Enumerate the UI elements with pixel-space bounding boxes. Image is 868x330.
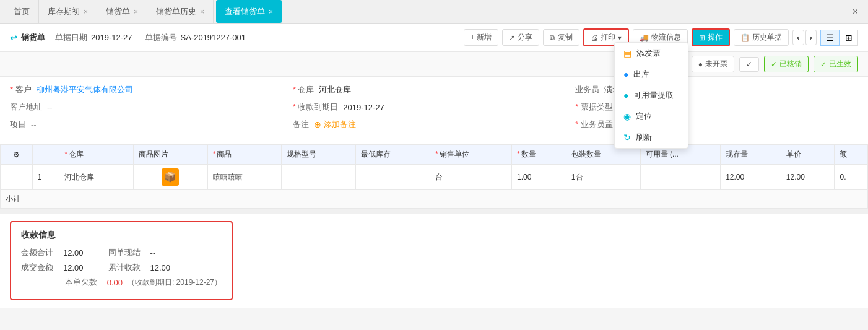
next-arrow[interactable]: › <box>805 30 817 45</box>
doc-date-value: 2019-12-27 <box>91 33 132 42</box>
customer-label: 客户 <box>10 84 32 95</box>
current-due-field: 本单欠款 0.00 （收款到期日: 2019-12-27） <box>65 277 222 288</box>
tab-sales-history[interactable]: 销货单历史 × <box>147 0 214 23</box>
total-label: 金额合计 <box>21 247 58 258</box>
list-view-button[interactable]: ☰ <box>820 30 840 46</box>
tab-inventory-init[interactable]: 库存期初 × <box>39 0 97 23</box>
col-sales-unit: *销售单位 <box>430 145 511 165</box>
available-qty-icon: ● <box>623 90 628 100</box>
horizontal-scrollbar[interactable] <box>0 209 868 214</box>
dropdown-item-available-qty[interactable]: ● 可用量提取 <box>615 85 688 106</box>
tab-sales-history-close[interactable]: × <box>200 7 204 16</box>
payment-info: 收款信息 金额合计 12.00 同单现结 -- 成交金额 12.00 累计收款 <box>10 221 233 300</box>
payment-row-2: 成交金额 12.00 累计收款 12.00 <box>21 262 222 273</box>
table-container: ⚙ *仓库 商品图片 *商品 规格型号 最低库存 *销售单位 *数量 包装数量 … <box>0 144 868 214</box>
tab-sales-order-label: 销货单 <box>106 6 130 17</box>
check-button[interactable]: ✓ <box>739 57 759 72</box>
table-row: 1 河北仓库 📦 嘻嘻嘻嘻 台 1.00 1台 12.00 12.00 0. <box>1 165 868 190</box>
add-note-btn[interactable]: ⊕ 添加备注 <box>314 119 356 130</box>
add-note-plus-icon: ⊕ <box>314 119 321 129</box>
col-spec: 规格型号 <box>282 145 356 165</box>
warehouse-label: 仓库 <box>293 84 315 95</box>
warehouse-value: 河北仓库 <box>319 84 351 95</box>
dropdown-item-refresh[interactable]: ↻ 刷新 <box>615 127 688 148</box>
view-toggle: ☰ ⊞ <box>820 30 858 46</box>
transaction-field: 成交金额 12.00 <box>21 262 84 273</box>
payment-row-3: 本单欠款 0.00 （收款到期日: 2019-12-27） <box>21 277 222 288</box>
tab-sales-order-close[interactable]: × <box>134 7 138 16</box>
available-qty-label: 可用量提取 <box>633 90 674 101</box>
subtotal-label: 小计 <box>1 190 59 209</box>
cell-settings <box>1 165 33 190</box>
tab-view-sales-close[interactable]: × <box>269 7 273 16</box>
col-product-img: 商品图片 <box>133 145 207 165</box>
app-container: 首页 库存期初 × 销货单 × 销货单历史 × 查看销货单 × × ↩ 销货单 … <box>0 0 868 308</box>
form-row-1: 客户 柳州粤港平安气体有限公司 仓库 河北仓库 业务员 演示账号 <box>10 84 858 95</box>
check-icon: ✓ <box>746 60 752 69</box>
already-sold-button[interactable]: ✓ 已核销 <box>764 56 809 72</box>
form-section: 客户 柳州粤港平安气体有限公司 仓库 河北仓库 业务员 演示账号 客户地址 --… <box>0 77 868 144</box>
not-open-ticket-button[interactable]: ● 未开票 <box>692 56 734 72</box>
doc-title-icon: ↩ <box>10 33 17 43</box>
sold-check-icon: ✓ <box>771 60 777 69</box>
ops-label: 操作 <box>708 32 723 43</box>
grid-view-button[interactable]: ⊞ <box>840 30 858 46</box>
cell-min-stock <box>356 165 430 190</box>
col-unit-price: 单价 <box>781 145 835 165</box>
cell-amount: 0. <box>835 165 868 190</box>
dropdown-item-locate[interactable]: ◉ 定位 <box>615 106 688 127</box>
cell-pack-qty: 1台 <box>566 165 640 190</box>
not-open-label: 未开票 <box>705 59 727 69</box>
tab-sales-order[interactable]: 销货单 × <box>97 0 147 23</box>
form-row-3: 项目 -- 备注 ⊕ 添加备注 业务员孟 -- <box>10 119 858 130</box>
cumulative-field: 累计收款 12.00 <box>108 262 171 273</box>
payment-title: 收款信息 <box>21 230 222 241</box>
current-due-label: 本单欠款 <box>65 277 102 288</box>
cell-available <box>640 165 721 190</box>
dropdown-item-add-invoice[interactable]: ▤ 添发票 <box>615 43 688 64</box>
copy-label: 复制 <box>558 32 573 43</box>
global-close-icon[interactable]: × <box>853 6 858 17</box>
tab-view-sales-label: 查看销货单 <box>225 6 265 17</box>
col-min-stock: 最低库存 <box>356 145 430 165</box>
history-label: 历史单据 <box>752 32 782 43</box>
tab-home[interactable]: 首页 <box>5 0 39 23</box>
form-row-2: 客户地址 -- 收款到期日 2019-12-27 票据类型 不开票 <box>10 102 858 113</box>
prev-arrow[interactable]: ‹ <box>792 30 804 45</box>
history-button[interactable]: 📋 历史单据 <box>734 29 789 46</box>
tab-view-sales[interactable]: 查看销货单 × <box>216 0 282 23</box>
subtotal-row: 小计 <box>1 190 868 209</box>
doc-title: ↩ 销货单 <box>10 32 45 43</box>
col-product: *商品 <box>207 145 282 165</box>
cumulative-label: 累计收款 <box>108 262 145 273</box>
same-order-label: 同单现结 <box>108 247 145 258</box>
transaction-value: 12.00 <box>63 263 84 272</box>
copy-button[interactable]: ⧉ 复制 <box>543 29 579 46</box>
address-label: 客户地址 <box>10 102 42 113</box>
doc-header: ↩ 销货单 单据日期 2019-12-27 单据编号 SA-20191227-0… <box>0 24 868 52</box>
cell-sales-unit: 台 <box>430 165 511 190</box>
already-effective-button[interactable]: ✓ 已生效 <box>814 56 858 72</box>
new-button[interactable]: + 新增 <box>464 29 498 46</box>
share-button[interactable]: ↗ 分享 <box>502 29 539 46</box>
print-label: 打印 <box>601 32 615 43</box>
outbound-label: 出库 <box>633 69 649 80</box>
ticket-icon: ● <box>698 60 703 69</box>
logistics-label: 物流信息 <box>651 32 681 43</box>
dropdown-item-outbound[interactable]: ● 出库 <box>615 64 688 85</box>
warehouse-field: 仓库 河北仓库 <box>293 84 576 95</box>
product-thumbnail: 📦 <box>162 168 179 186</box>
col-settings[interactable]: ⚙ <box>1 145 33 165</box>
project-field: 项目 -- <box>10 119 293 130</box>
due-date-label: 收款到期日 <box>293 102 339 113</box>
col-rownum <box>32 145 59 165</box>
ops-button[interactable]: ⊞ 操作 <box>692 28 730 46</box>
nav-arrows: ‹ › <box>792 30 817 45</box>
col-quantity: *数量 <box>512 145 566 165</box>
tab-bar: 首页 库存期初 × 销货单 × 销货单历史 × 查看销货单 × × <box>0 0 868 24</box>
tab-inventory-init-close[interactable]: × <box>84 7 88 16</box>
already-sold-label: 已核销 <box>779 59 802 69</box>
outbound-icon: ● <box>623 69 628 79</box>
cumulative-value: 12.00 <box>150 263 171 272</box>
staff-label: 业务员 <box>575 84 599 95</box>
